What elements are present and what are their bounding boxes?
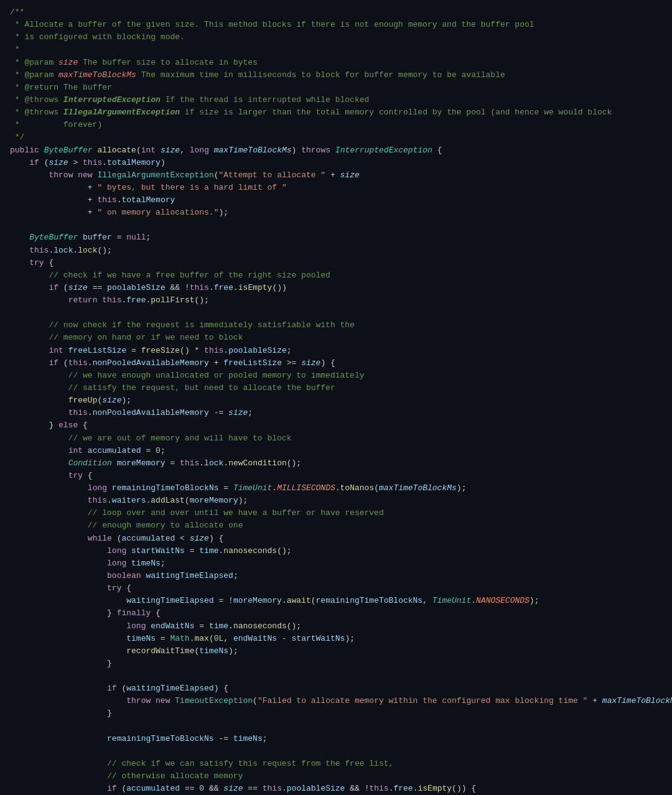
code-line: try { (6, 470, 672, 482)
code-line: } (6, 707, 672, 720)
code-line: if (size == poolableSize && !this.free.i… (6, 282, 672, 294)
code-line: this.waiters.addLast(moreMemory); (6, 495, 672, 507)
code-line: try { (6, 582, 672, 595)
code-line: } else { (6, 419, 672, 432)
code-line: long timeNs; (6, 557, 672, 570)
code-line: long remainingTimeToBlockNs = TimeUnit.M… (6, 482, 672, 495)
code-line: timeNs = Math.max(0L, endWaitNs - startW… (6, 633, 672, 645)
code-line (6, 720, 672, 733)
code-line: this.lock.lock(); (6, 244, 672, 257)
code-line: // satisfy the request, but need to allo… (6, 382, 672, 394)
code-line: waitingTimeElapsed = !moreMemory.await(r… (6, 595, 672, 607)
code-line: * is configured with blocking mode. (6, 31, 672, 44)
code-line: if (size > this.totalMemory) (6, 157, 672, 169)
code-line: long endWaitNs = time.nanoseconds(); (6, 620, 672, 633)
code-line: if (accumulated == 0 && size == this.poo… (6, 783, 672, 795)
code-line: boolean waitingTimeElapsed; (6, 570, 672, 582)
code-line: * @return The buffer (6, 81, 672, 94)
code-line: * @param maxTimeToBlockMs The maximum ti… (6, 69, 672, 81)
code-editor: /** * Allocate a buffer of the given siz… (0, 0, 672, 795)
code-line: // loop over and over until we have a bu… (6, 507, 672, 519)
code-line: * @throws IllegalArgumentException if si… (6, 106, 672, 119)
code-line: /** (6, 6, 672, 19)
code-line: int accumulated = 0; (6, 445, 672, 457)
code-line: throw new IllegalArgumentException("Atte… (6, 169, 672, 182)
code-line (6, 745, 672, 758)
code-line: recordWaitTime(timeNs); (6, 645, 672, 658)
code-line: while (accumulated < size) { (6, 532, 672, 545)
code-line: this.nonPooledAvailableMemory -= size; (6, 407, 672, 419)
code-line: ByteBuffer buffer = null; (6, 231, 672, 244)
code-line: return this.free.pollFirst(); (6, 294, 672, 307)
code-line: if (this.nonPooledAvailableMemory + free… (6, 357, 672, 370)
code-line: // memory on hand or if we need to block (6, 332, 672, 344)
code-line: } finally { (6, 607, 672, 620)
code-line: if (waitingTimeElapsed) { (6, 682, 672, 695)
code-line (6, 670, 672, 682)
code-line: // now check if the request is immediate… (6, 319, 672, 332)
code-line: + " on memory allocations."); (6, 207, 672, 219)
code-line: * @param size The buffer size to allocat… (6, 57, 672, 69)
code-line: * @throws InterruptedException If the th… (6, 94, 672, 106)
code-line: // we have enough unallocated or pooled … (6, 370, 672, 382)
code-line: // check if we have a free buffer of the… (6, 269, 672, 282)
code-line: try { (6, 257, 672, 269)
code-line: public ByteBuffer allocate(int size, lon… (6, 144, 672, 157)
code-line: */ (6, 131, 672, 144)
code-line: freeUp(size); (6, 394, 672, 407)
code-line (6, 219, 672, 231)
code-line: // otherwise allocate memory (6, 770, 672, 783)
code-line: + " bytes, but there is a hard limit of … (6, 182, 672, 194)
code-line: * (6, 44, 672, 56)
code-line: throw new TimeoutException("Failed to al… (6, 695, 672, 707)
code-line: remainingTimeToBlockNs -= timeNs; (6, 733, 672, 745)
code-line (6, 307, 672, 319)
code-line: // enough memory to allocate one (6, 519, 672, 532)
code-line: * Allocate a buffer of the given size. T… (6, 19, 672, 31)
code-line: * forever) (6, 119, 672, 131)
code-line: // check if we can satisfy this request … (6, 758, 672, 770)
code-line: Condition moreMemory = this.lock.newCond… (6, 457, 672, 470)
code-line: + this.totalMemory (6, 194, 672, 207)
code-line: } (6, 658, 672, 670)
code-line: long startWaitNs = time.nanoseconds(); (6, 545, 672, 557)
code-line: int freeListSize = freeSize() * this.poo… (6, 345, 672, 357)
code-line: // we are out of memory and will have to… (6, 432, 672, 445)
